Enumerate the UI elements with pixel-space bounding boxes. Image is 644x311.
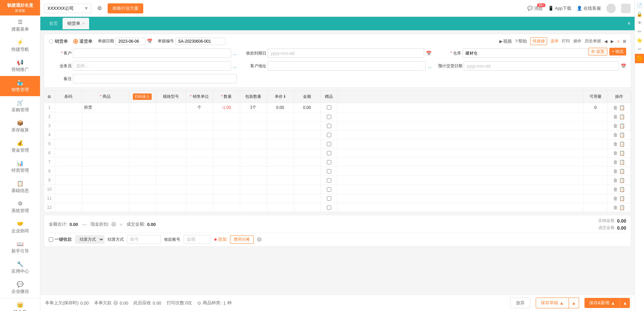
copy-icon-3[interactable]: 📋	[619, 132, 625, 138]
row-barcode-8[interactable]	[55, 176, 82, 185]
row-product-6[interactable]	[82, 158, 129, 167]
remark-input[interactable]	[73, 74, 237, 83]
due-date-calendar-icon[interactable]: 📅	[426, 51, 431, 56]
one-click-pay-check[interactable]	[49, 237, 53, 242]
row-pack-qty-0[interactable]: 1个	[240, 103, 267, 112]
toolbar-operate[interactable]: 操作	[573, 38, 581, 44]
row-spec-3[interactable]	[156, 130, 186, 140]
online-service-button[interactable]: 👤 在线客服	[577, 5, 601, 11]
amount-input[interactable]: 金额	[184, 235, 211, 244]
row-product-11[interactable]	[82, 203, 129, 212]
sidebar-item-quick-nav[interactable]: ⚡ 快捷导航	[0, 36, 40, 56]
row-barcode-1[interactable]	[55, 112, 82, 121]
customer-dots[interactable]: ...	[233, 51, 237, 56]
row-qty-7[interactable]	[213, 167, 240, 176]
row-price-0[interactable]: 0.00	[267, 103, 294, 112]
row-qty-11[interactable]	[213, 203, 240, 212]
row-amount-5[interactable]	[294, 149, 320, 158]
row-qty-1[interactable]	[213, 112, 240, 121]
row-remark-8[interactable]	[337, 176, 584, 185]
row-pack-qty-9[interactable]	[240, 185, 267, 194]
right-panel-orange[interactable]: 🟠	[635, 54, 644, 63]
row-product-9[interactable]	[82, 185, 129, 194]
delete-icon-10[interactable]: 🗑	[613, 196, 618, 201]
row-spec-0[interactable]	[156, 103, 186, 112]
row-gift-2[interactable]	[320, 121, 337, 130]
gift-checkbox-2[interactable]	[327, 124, 331, 128]
sidebar-item-apps[interactable]: 🔧 应用中心	[0, 258, 40, 278]
row-gift-5[interactable]	[320, 149, 337, 158]
date-calendar-icon[interactable]: 📅	[147, 39, 152, 44]
row-amount-0[interactable]: 0.00	[294, 103, 320, 112]
row-amount-1[interactable]	[294, 112, 320, 121]
row-barcode-2[interactable]	[55, 121, 82, 130]
copy-icon-5[interactable]: 📋	[619, 150, 625, 156]
toolbar-help[interactable]: ? 帮助	[515, 38, 527, 44]
row-pack-qty-3[interactable]	[240, 130, 267, 140]
row-remark-7[interactable]	[337, 167, 584, 176]
expected-date-calendar-icon[interactable]: 📅	[621, 64, 626, 69]
gift-checkbox-7[interactable]	[327, 169, 331, 173]
row-amount-2[interactable]	[294, 121, 320, 130]
row-unit-1[interactable]	[186, 112, 213, 121]
row-gift-3[interactable]	[320, 130, 337, 140]
row-pack-qty-11[interactable]	[240, 203, 267, 212]
row-price-1[interactable]	[267, 112, 294, 121]
col-settings[interactable]: ⚙	[44, 91, 55, 103]
toolbar-view1[interactable]: ≡	[617, 39, 619, 44]
row-price-11[interactable]	[267, 203, 294, 212]
gift-checkbox-1[interactable]	[327, 115, 331, 119]
row-unit-10[interactable]	[186, 194, 213, 203]
row-qty-9[interactable]	[213, 185, 240, 194]
logistics-button[interactable]: + 物流	[609, 48, 626, 55]
row-qty-6[interactable]	[213, 158, 240, 167]
delete-icon-2[interactable]: 🗑	[613, 123, 618, 128]
delete-icon-8[interactable]: 🗑	[613, 178, 618, 183]
row-remark-4[interactable]	[337, 140, 584, 149]
toolbar-video[interactable]: ▶ 视频	[499, 38, 512, 44]
tab-bar-close-icon[interactable]: ×	[628, 21, 631, 27]
row-product-4[interactable]	[82, 140, 129, 149]
toolbar-nav-next[interactable]: ▶	[611, 39, 614, 44]
right-panel-star[interactable]: ⭐	[636, 36, 644, 44]
delete-icon-4[interactable]: 🗑	[613, 141, 618, 147]
row-product-5[interactable]	[82, 149, 129, 158]
row-barcode-10[interactable]	[55, 194, 82, 203]
add-payment-button[interactable]: ● 添加	[214, 236, 227, 242]
row-amount-11[interactable]	[294, 203, 320, 212]
row-unit-8[interactable]	[186, 176, 213, 185]
copy-icon-0[interactable]: 📋	[619, 105, 625, 110]
row-amount-7[interactable]	[294, 167, 320, 176]
copy-icon-10[interactable]: 📋	[619, 196, 625, 201]
row-qty-5[interactable]	[213, 149, 240, 158]
row-product-7[interactable]	[82, 167, 129, 176]
row-spec-6[interactable]	[156, 158, 186, 167]
row-product-3[interactable]	[82, 130, 129, 140]
row-spec-9[interactable]	[156, 185, 186, 194]
message-button[interactable]: 💬 消息 99+	[527, 5, 543, 11]
toolbar-print[interactable]: 打印	[562, 38, 570, 44]
sidebar-item-enterprise-wechat[interactable]: 💬 企业微信	[0, 278, 40, 298]
sidebar-item-inventory[interactable]: 📦 库存核算	[0, 116, 40, 137]
toolbar-shortcut[interactable]: 快捷键	[530, 37, 547, 45]
delete-icon-6[interactable]: 🗑	[613, 159, 618, 165]
row-qty-2[interactable]	[213, 121, 240, 130]
row-qty-10[interactable]	[213, 194, 240, 203]
sidebar-item-search[interactable]: ☰ 搜索菜单	[0, 15, 40, 36]
gift-checkbox-8[interactable]	[327, 178, 331, 183]
save-new-button[interactable]: 保存&新增 ▲	[584, 298, 620, 308]
row-barcode-3[interactable]	[55, 130, 82, 140]
copy-icon-9[interactable]: 📋	[619, 187, 625, 192]
row-unit-9[interactable]	[186, 185, 213, 194]
row-remark-6[interactable]	[337, 158, 584, 167]
row-qty-4[interactable]	[213, 140, 240, 149]
row-qty-8[interactable]	[213, 176, 240, 185]
row-remark-2[interactable]	[337, 121, 584, 130]
row-amount-3[interactable]	[294, 130, 320, 140]
copy-icon-7[interactable]: 📋	[619, 168, 625, 174]
gift-checkbox-4[interactable]	[327, 142, 331, 146]
row-spec-10[interactable]	[156, 194, 186, 203]
try-button[interactable]: 体验行业方案	[108, 3, 143, 13]
row-remark-0[interactable]	[337, 103, 584, 112]
row-price-2[interactable]	[267, 121, 294, 130]
